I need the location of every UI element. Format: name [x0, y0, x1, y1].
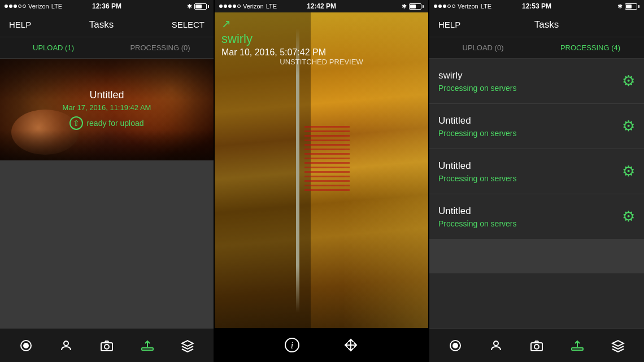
- panorama-card[interactable]: Untitled Mar 17, 2016, 11:19:42 AM ⇧ rea…: [0, 59, 214, 160]
- right-help-button[interactable]: HELP: [438, 20, 460, 29]
- right-time: 12:53 PM: [522, 2, 551, 10]
- upload-icon-left[interactable]: [135, 333, 160, 358]
- item-3-name: Untitled: [438, 206, 517, 217]
- photo-name: swirly: [221, 32, 421, 46]
- middle-status-bar: Verizon LTE 12:42 PM ✱: [215, 0, 428, 12]
- left-battery: [194, 3, 209, 10]
- middle-carrier: Verizon: [243, 3, 264, 10]
- svg-point-4: [105, 344, 109, 349]
- item-0-status: Processing on servers: [438, 84, 517, 93]
- item-0-name: swirly: [438, 70, 517, 81]
- gear-icon-2[interactable]: ⚙: [622, 163, 635, 180]
- middle-phone-panel: Verizon LTE 12:42 PM ✱: [215, 0, 429, 362]
- middle-bottom-bar: i: [215, 328, 428, 362]
- middle-signal-group: Verizon LTE: [219, 3, 277, 10]
- record-icon-right[interactable]: [443, 333, 468, 358]
- middle-battery-group: ✱: [402, 3, 424, 10]
- svg-rect-5: [142, 348, 153, 350]
- left-bottom-bar: [0, 328, 214, 362]
- signal-dot-4: [18, 5, 21, 8]
- card-overlay: Untitled Mar 17, 2016, 11:19:42 AM ⇧ rea…: [0, 59, 214, 160]
- profile-icon-left[interactable]: [54, 333, 79, 358]
- processing-item-3[interactable]: Untitled Processing on servers ⚙: [429, 194, 644, 239]
- processing-item-0[interactable]: swirly Processing on servers ⚙: [429, 59, 644, 104]
- layers-icon-left[interactable]: [175, 333, 200, 358]
- left-tabs: UPLOAD (1) PROCESSING (0): [0, 37, 214, 59]
- left-help-button[interactable]: HELP: [9, 20, 31, 29]
- upload-button[interactable]: ⇧ ready for upload: [69, 116, 143, 130]
- item-3-text: Untitled Processing on servers: [438, 206, 517, 228]
- svg-point-1: [23, 343, 29, 348]
- r-signal-dot-5: [452, 5, 455, 8]
- camera-icon-left[interactable]: [94, 333, 119, 358]
- svg-point-2: [64, 341, 68, 346]
- back-arrow-icon[interactable]: ↗: [221, 17, 421, 30]
- right-battery-group: ✱: [617, 3, 639, 10]
- signal-dot-2: [9, 5, 12, 8]
- gear-icon-3[interactable]: ⚙: [622, 208, 635, 225]
- right-tabs: UPLOAD (0) PROCESSING (4): [429, 37, 644, 59]
- info-icon-middle[interactable]: i: [280, 333, 304, 357]
- middle-time: 12:42 PM: [307, 2, 336, 10]
- right-network: LTE: [481, 3, 491, 10]
- signal-dot-3: [14, 5, 17, 8]
- right-nav-title: Tasks: [534, 19, 559, 30]
- right-carrier: Verizon: [458, 3, 478, 10]
- m-signal-dot-5: [237, 5, 241, 8]
- right-tab-processing[interactable]: PROCESSING (4): [537, 37, 644, 58]
- upload-circle-icon: ⇧: [69, 116, 83, 130]
- middle-photo-header: ↗ swirly Mar 10, 2016, 5:07:42 PM: [215, 12, 428, 62]
- photo-date: Mar 10, 2016, 5:07:42 PM: [221, 47, 421, 58]
- left-empty-area: [0, 160, 214, 328]
- svg-rect-13: [572, 348, 583, 350]
- item-1-name: Untitled: [438, 115, 517, 127]
- record-icon-left[interactable]: [14, 333, 38, 358]
- right-bottom-bar: [429, 328, 644, 362]
- bluetooth-icon: ✱: [187, 3, 192, 10]
- processing-item-2[interactable]: Untitled Processing on servers ⚙: [429, 149, 644, 194]
- camera-icon-right[interactable]: [524, 333, 549, 358]
- r-signal-dot-4: [447, 5, 451, 8]
- processing-list: swirly Processing on servers ⚙ Untitled …: [429, 59, 644, 328]
- right-signal-group: Verizon LTE: [434, 3, 491, 10]
- profile-icon-right[interactable]: [484, 333, 508, 358]
- right-bluetooth-icon: ✱: [617, 3, 623, 10]
- left-nav-bar: HELP Tasks SELECT: [0, 12, 214, 37]
- left-carrier: Verizon: [28, 3, 49, 10]
- item-1-text: Untitled Processing on servers: [438, 115, 517, 138]
- left-tab-upload[interactable]: UPLOAD (1): [0, 37, 107, 58]
- item-2-text: Untitled Processing on servers: [438, 160, 517, 183]
- item-3-status: Processing on servers: [438, 219, 517, 228]
- item-2-status: Processing on servers: [438, 174, 517, 183]
- left-network: LTE: [51, 3, 62, 10]
- left-content: Untitled Mar 17, 2016, 11:19:42 AM ⇧ rea…: [0, 59, 214, 328]
- left-nav-title: Tasks: [89, 19, 114, 30]
- middle-bluetooth-icon: ✱: [402, 3, 407, 10]
- left-tab-processing[interactable]: PROCESSING (0): [107, 37, 214, 58]
- middle-network: LTE: [266, 3, 277, 10]
- layers-icon-right[interactable]: [606, 333, 630, 358]
- processing-item-1[interactable]: Untitled Processing on servers ⚙: [429, 104, 644, 149]
- r-signal-dot-1: [434, 5, 437, 8]
- middle-signal-dots: [219, 5, 241, 8]
- card-date: Mar 17, 2016, 11:19:42 AM: [63, 103, 151, 112]
- right-phone-panel: Verizon LTE 12:53 PM ✱ HELP Tasks UPLOAD…: [429, 0, 644, 362]
- left-select-button[interactable]: SELECT: [172, 20, 204, 29]
- r-signal-dot-3: [443, 5, 446, 8]
- svg-text:i: i: [291, 341, 293, 350]
- middle-photo-content[interactable]: ↗ swirly Mar 10, 2016, 5:07:42 PM UNSTIT…: [215, 12, 428, 328]
- right-status-bar: Verizon LTE 12:53 PM ✱: [429, 0, 644, 12]
- item-2-name: Untitled: [438, 160, 517, 172]
- m-signal-dot-1: [219, 5, 223, 8]
- move-icon-middle[interactable]: [338, 333, 363, 357]
- gear-icon-1[interactable]: ⚙: [622, 117, 635, 135]
- right-nav-bar: HELP Tasks: [429, 12, 644, 37]
- gear-icon-0[interactable]: ⚙: [622, 72, 635, 90]
- right-tab-upload[interactable]: UPLOAD (0): [429, 37, 537, 58]
- signal-dot-1: [5, 5, 8, 8]
- item-1-status: Processing on servers: [438, 129, 517, 138]
- upload-icon-right[interactable]: [565, 333, 590, 358]
- svg-point-10: [494, 341, 498, 346]
- signal-dot-5: [23, 5, 26, 8]
- right-battery: [625, 3, 639, 10]
